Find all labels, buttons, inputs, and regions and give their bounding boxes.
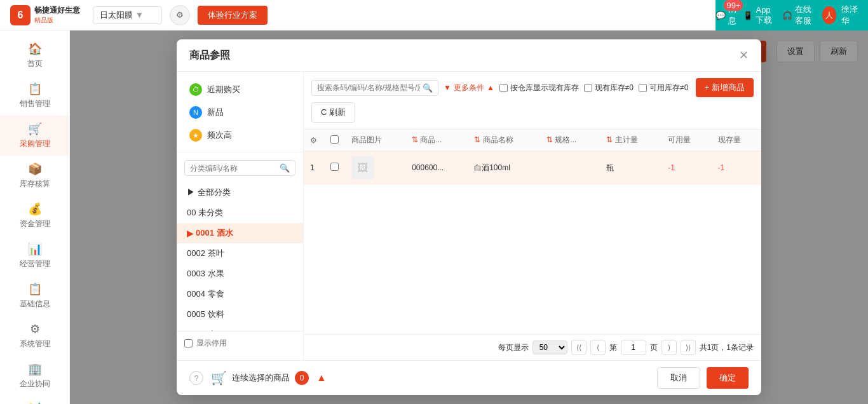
sidebar-item-business[interactable]: 📊 经营管理 (0, 236, 69, 276)
category-item-0001[interactable]: ▶ 0001 酒水 (177, 223, 303, 243)
row-checkbox[interactable] (324, 151, 345, 185)
col-code[interactable]: ⇅ 商品... (405, 130, 468, 151)
category-item-all[interactable]: ▶ 全部分类 (177, 182, 303, 203)
new-icon: N (189, 106, 202, 119)
product-search-icon[interactable]: 🔍 (423, 83, 433, 93)
recent-label: 近期购买 (207, 84, 240, 95)
sidebar-label-finance: 资金管理 (20, 219, 50, 229)
quick-actions: ⏱ 近期购买 N 新品 ★ 频次高 (177, 77, 303, 148)
last-page-button[interactable]: ⟩⟩ (681, 340, 696, 355)
store-selector[interactable]: 日太阳膜 ▼ (93, 6, 162, 24)
top-header: 6 畅捷通好生意 精品版 日太阳膜 ▼ ⚙ 体验行业方案 💬 消息 99+ 📱 … (0, 0, 868, 30)
filter-arrow-up: ▲ (487, 83, 494, 92)
category-search-input[interactable] (190, 164, 277, 173)
next-page-button[interactable]: ⟩ (661, 340, 677, 355)
new-products[interactable]: N 新品 (184, 102, 295, 123)
check-avail-input[interactable] (639, 84, 647, 92)
sidebar-item-guide[interactable]: 🔰 新手引导 (0, 396, 69, 404)
modal-overlay: 商品参照 ✕ ⏱ 近期购买 N 新品 (70, 30, 868, 404)
product-search-input[interactable] (317, 83, 420, 92)
notification-icon: 💬 (715, 11, 726, 20)
cancel-button[interactable]: 取消 (657, 367, 700, 389)
row-index: 1 (304, 151, 324, 185)
product-table: ⚙ 商品图片 ⇅ 商品... ⇅ (304, 130, 761, 185)
sidebar-item-finance[interactable]: 💰 资金管理 (0, 196, 69, 236)
row-available: -1 (661, 151, 711, 185)
right-panel: 🔍 ▼ 更多条件 ▲ 按仓库显示现有库存 (304, 72, 761, 360)
sidebar-item-sales[interactable]: 📋 销售管理 (0, 76, 69, 116)
sidebar-item-corp[interactable]: 🏢 企业协同 (0, 356, 69, 396)
col-unit[interactable]: ⇅ 主计量 (600, 130, 661, 151)
col-settings[interactable]: ⚙ (304, 130, 324, 151)
refresh-product-button[interactable]: C 刷新 (311, 102, 355, 123)
category-0004-label: 0004 零食 (187, 288, 224, 300)
row-name: 白酒100ml (468, 151, 540, 185)
cart-label: 连续选择的商品 (232, 372, 290, 384)
sidebar-item-purchase[interactable]: 🛒 采购管理 (0, 116, 69, 156)
modal-title: 商品参照 (189, 49, 230, 62)
help-button[interactable]: ? (189, 371, 203, 385)
sidebar-item-home[interactable]: 🏠 首页 (0, 36, 69, 76)
modal-footer: ? 🛒 连续选择的商品 0 ▲ 取消 确定 (177, 360, 761, 395)
avatar[interactable]: 人 (822, 6, 836, 24)
collapse-arrow-button[interactable]: ▲ (316, 372, 327, 384)
finance-icon: 💰 (28, 202, 42, 216)
sidebar-label-sales: 销售管理 (20, 98, 50, 109)
table-row[interactable]: 1 🖼 000600... 白酒100ml 瓶 (304, 151, 761, 185)
first-page-button[interactable]: ⟨⟨ (571, 340, 587, 355)
new-label: 新品 (207, 107, 224, 118)
app-download-item[interactable]: 📱 App下载 (743, 5, 776, 26)
col-spec[interactable]: ⇅ 规格... (540, 130, 600, 151)
row-image: 🖼 (345, 151, 405, 185)
category-item-0008[interactable]: 0008 水 (177, 325, 303, 331)
category-item-0005[interactable]: 0005 饮料 (177, 304, 303, 325)
check-stock-input[interactable] (584, 84, 592, 92)
row-stock: -1 (712, 151, 761, 185)
sidebar-item-system[interactable]: ⚙ 系统管理 (0, 316, 69, 356)
modal-close-button[interactable]: ✕ (739, 48, 749, 62)
divider (177, 152, 303, 152)
col-available: 可用量 (661, 130, 711, 151)
filter-button[interactable]: ▼ 更多条件 ▲ (444, 83, 494, 93)
frequent-products[interactable]: ★ 频次高 (184, 125, 295, 145)
check-avail-nonzero[interactable]: 可用库存≠0 (639, 83, 688, 93)
check-avail-label: 可用库存≠0 (649, 83, 688, 93)
sidebar: 🏠 首页 📋 销售管理 🛒 采购管理 📦 库存核算 💰 资金管理 📊 经营管理 … (0, 30, 70, 404)
exp-button[interactable]: 体验行业方案 (198, 6, 268, 25)
corp-icon: 🏢 (28, 362, 42, 376)
cart-count-badge: 0 (295, 371, 309, 385)
cart-area: 🛒 连续选择的商品 0 (211, 370, 309, 386)
sidebar-item-inventory[interactable]: 📦 库存核算 (0, 156, 69, 196)
category-item-0002[interactable]: 0002 茶叶 (177, 243, 303, 264)
confirm-button[interactable]: 确定 (707, 367, 749, 389)
logo-text-wrap: 畅捷通好生意 精品版 (34, 5, 80, 25)
check-warehouse[interactable]: 按仓库显示现有库存 (499, 83, 579, 93)
filter-icon: ▼ (444, 83, 451, 92)
category-item-0003[interactable]: 0003 水果 (177, 264, 303, 284)
prev-page-button[interactable]: ⟨ (590, 340, 606, 355)
check-warehouse-input[interactable] (499, 84, 508, 92)
show-disabled-checkbox[interactable] (184, 339, 193, 347)
select-all-checkbox[interactable] (330, 135, 339, 144)
category-search-icon[interactable]: 🔍 (280, 163, 290, 173)
gear-button[interactable]: ⚙ (170, 5, 190, 25)
col-name[interactable]: ⇅ 商品名称 (468, 130, 540, 151)
col-check[interactable] (324, 130, 345, 151)
per-page-select[interactable]: 50 100 200 (532, 340, 567, 354)
recent-purchases[interactable]: ⏱ 近期购买 (184, 79, 295, 100)
main-layout: 🏠 首页 📋 销售管理 🛒 采购管理 📦 库存核算 💰 资金管理 📊 经营管理 … (0, 30, 868, 404)
all-categories-label: ▶ 全部分类 (187, 187, 231, 198)
category-item-0004[interactable]: 0004 零食 (177, 284, 303, 304)
add-product-button[interactable]: + 新增商品 (696, 78, 754, 97)
online-service-item[interactable]: 🎧 在线客服 (782, 4, 818, 27)
sidebar-item-basic[interactable]: 📋 基础信息 (0, 276, 69, 316)
notification-item[interactable]: 💬 消息 99+ (715, 4, 738, 27)
check-stock-nonzero[interactable]: 现有库存≠0 (584, 83, 634, 93)
page-number-input[interactable] (621, 340, 646, 355)
row-spec (540, 151, 600, 185)
category-item-00[interactable]: 00 未分类 (177, 203, 303, 223)
category-00-label: 00 未分类 (187, 207, 223, 219)
row-unit: 瓶 (600, 151, 661, 185)
freq-label: 频次高 (207, 130, 232, 141)
system-icon: ⚙ (30, 322, 40, 336)
